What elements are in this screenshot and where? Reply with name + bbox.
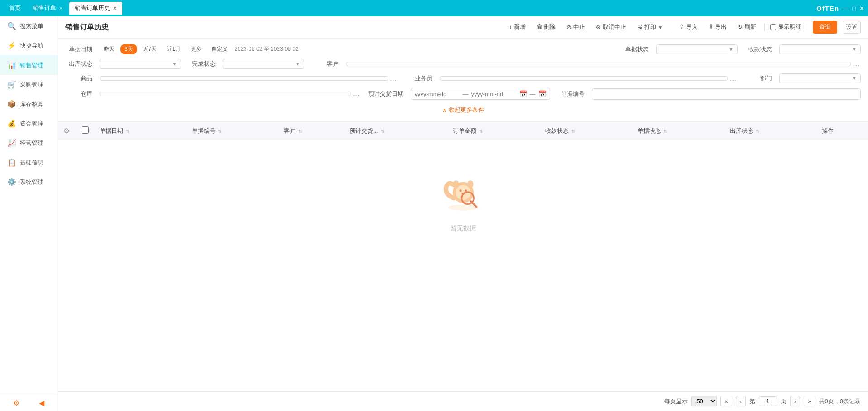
date-btn-more[interactable]: 更多: [187, 44, 206, 54]
toolbar-divider-3: [807, 23, 807, 31]
sidebar-item-inventory[interactable]: 📦 库存核算: [0, 94, 58, 114]
stop-button[interactable]: ⊘ 中止: [564, 21, 588, 33]
window-close[interactable]: ✕: [859, 5, 864, 12]
next-page-button[interactable]: ›: [790, 396, 800, 406]
date-btn-today[interactable]: 昨天: [100, 44, 119, 54]
delete-button[interactable]: 🗑 删除: [534, 21, 559, 33]
th-settings: ⚙: [58, 122, 76, 140]
th-warehouse-status-sort[interactable]: ⇅: [756, 129, 759, 134]
th-date-sort[interactable]: ⇅: [126, 129, 129, 134]
tab-sales-order[interactable]: 销售订单 ✕: [27, 2, 68, 15]
sidebar-item-system[interactable]: ⚙️ 系统管理: [0, 172, 58, 192]
sidebar-item-basic-info[interactable]: 📋 基础信息: [0, 153, 58, 172]
window-minimize[interactable]: —: [843, 5, 849, 12]
order-status-select[interactable]: ▼: [656, 44, 738, 54]
th-ops: 操作: [816, 122, 868, 140]
inventory-icon: 📦: [7, 100, 16, 108]
sidebar-item-purchase-mgmt[interactable]: 🛒 采购管理: [0, 75, 58, 94]
table-area: ⚙ 单据日期 ⇅ 单据编号 ⇅: [58, 122, 868, 391]
order-status-arrow: ▼: [729, 47, 734, 52]
table-settings-button[interactable]: ⚙: [63, 127, 70, 135]
new-button-label: + 新增: [509, 23, 526, 31]
payment-status-select[interactable]: ▼: [779, 44, 861, 54]
tab-sales-order-history-close[interactable]: ✕: [113, 5, 117, 11]
tab-home[interactable]: 首页: [4, 2, 26, 15]
date-btn-3days[interactable]: 3天: [120, 44, 137, 54]
warehouse-input[interactable]: [100, 92, 351, 96]
delivery-date-to[interactable]: [471, 91, 517, 97]
tab-sales-order-history[interactable]: 销售订单历史 ✕: [69, 2, 122, 15]
delivery-date-icon-right[interactable]: 📅: [538, 90, 546, 97]
sidebar-item-quick-nav[interactable]: ⚡ 快捷导航: [0, 36, 58, 55]
warehouse-status-select[interactable]: ▼: [100, 59, 181, 69]
customer-input[interactable]: [346, 62, 851, 66]
product-input[interactable]: [100, 76, 388, 81]
th-payment-status-sort[interactable]: ⇅: [571, 129, 575, 134]
date-btn-7days[interactable]: 近7天: [139, 44, 161, 54]
last-page-button[interactable]: »: [804, 396, 815, 406]
settings-button[interactable]: 设置: [843, 21, 861, 34]
sidebar-footer-collapse[interactable]: ◀: [39, 399, 44, 407]
th-no-label: 单据编号: [192, 127, 216, 134]
delivery-date-sep: —: [463, 91, 469, 97]
first-page-button[interactable]: «: [720, 396, 732, 406]
th-amount-sort[interactable]: ⇅: [479, 129, 483, 134]
th-order-status-sort[interactable]: ⇅: [663, 129, 667, 134]
date-btn-1month[interactable]: 近1月: [163, 44, 185, 54]
show-detail-toggle[interactable]: 显示明细: [770, 23, 801, 31]
sidebar-item-finance[interactable]: 💰 资金管理: [0, 114, 58, 133]
window-maximize[interactable]: □: [852, 5, 856, 12]
th-date-label: 单据日期: [100, 127, 123, 134]
query-button[interactable]: 查询: [813, 21, 837, 34]
sidebar-item-inventory-label: 库存核算: [20, 100, 43, 108]
department-select[interactable]: ▼: [779, 73, 861, 83]
salesperson-dots[interactable]: …: [729, 74, 738, 82]
show-detail-label: 显示明细: [778, 23, 801, 31]
new-button[interactable]: + 新增: [506, 21, 528, 33]
order-no-label: 单据编号: [557, 90, 585, 98]
import-button[interactable]: ⇪ 导入: [676, 21, 700, 33]
refresh-button[interactable]: ↻ 刷新: [735, 21, 759, 33]
th-no-sort[interactable]: ⇅: [218, 129, 221, 134]
table-header-row: ⚙ 单据日期 ⇅ 单据编号 ⇅: [58, 122, 868, 140]
select-all-checkbox[interactable]: [82, 126, 89, 134]
th-payment-status: 收款状态 ⇅: [540, 122, 632, 140]
data-table: ⚙ 单据日期 ⇅ 单据编号 ⇅: [58, 122, 868, 264]
product-dots[interactable]: …: [390, 74, 398, 82]
sidebar-item-sales-mgmt[interactable]: 📊 销售管理: [0, 55, 58, 75]
prev-page-button[interactable]: ‹: [736, 396, 746, 406]
date-btn-custom[interactable]: 自定义: [207, 44, 232, 54]
sidebar-item-search-menu[interactable]: 🔍 搜索菜单: [0, 16, 58, 36]
print-button[interactable]: 🖨 打印 ▼: [634, 21, 666, 33]
sidebar-footer-settings[interactable]: ⚙: [13, 399, 19, 407]
print-dropdown-icon[interactable]: ▼: [658, 25, 662, 30]
empty-illustration: [441, 172, 486, 217]
th-customer-sort[interactable]: ⇅: [298, 129, 302, 134]
order-no-input[interactable]: [592, 88, 861, 100]
warehouse-dots[interactable]: …: [353, 90, 361, 98]
product-label: 商品: [65, 74, 92, 82]
th-delivery-sort[interactable]: ⇅: [381, 129, 384, 134]
per-page-select[interactable]: 50 10 20 100: [691, 396, 717, 406]
delivery-date-icon-left[interactable]: 📅: [519, 90, 527, 97]
delivery-date-from[interactable]: [415, 91, 460, 97]
salesperson-input[interactable]: [440, 76, 728, 81]
page-input[interactable]: [759, 396, 777, 406]
cancel-stop-button[interactable]: ⊗ 取消中止: [593, 21, 629, 33]
payment-status-arrow: ▼: [852, 47, 857, 52]
filter-row-4: 仓库 … 预计交货日期 — 📅 — 📅 单据编号: [65, 88, 861, 100]
customer-dots[interactable]: …: [853, 60, 861, 68]
collapse-button[interactable]: ∧ 收起更多条件: [442, 104, 484, 116]
show-detail-checkbox[interactable]: [770, 24, 776, 30]
table-head: ⚙ 单据日期 ⇅ 单据编号 ⇅: [58, 122, 868, 140]
complete-status-arrow: ▼: [295, 61, 300, 67]
sidebar-item-operations[interactable]: 📈 经营管理: [0, 133, 58, 153]
date-quick-btns: 昨天 3天 近7天 近1月 更多 自定义: [100, 44, 232, 54]
complete-status-select[interactable]: ▼: [223, 59, 304, 69]
export-button[interactable]: ⇩ 导出: [706, 21, 730, 33]
search-menu-icon: 🔍: [7, 22, 16, 30]
collapse-label: 收起更多条件: [449, 106, 484, 114]
tab-sales-order-close[interactable]: ✕: [59, 5, 63, 11]
tab-sales-order-history-label: 销售订单历史: [75, 4, 110, 12]
sidebar-item-sales-mgmt-label: 销售管理: [20, 61, 43, 69]
